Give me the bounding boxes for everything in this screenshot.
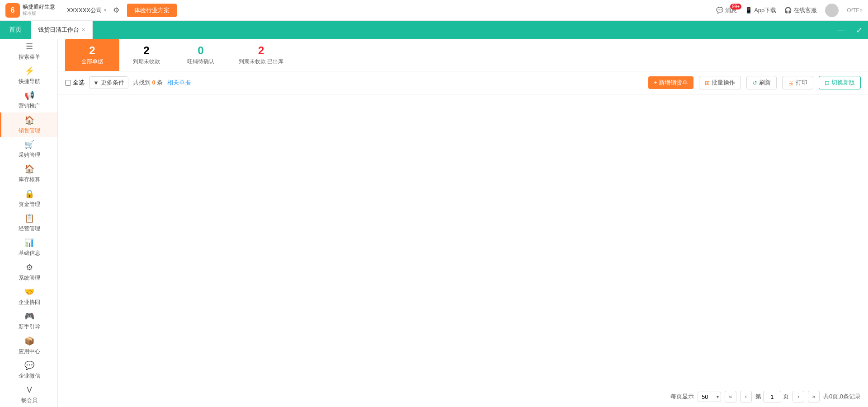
sidebar-label-member: 畅会员 [21,397,38,404]
related-link[interactable]: 相关单据 [167,79,191,87]
main-content: 2 全部单据 2 到期未收款 0 旺铺待确认 2 到期未收款 已出库 全选 ▼ … [58,39,868,407]
sidebar-label-search-menu: 搜索菜单 [19,53,40,61]
sidebar-icon-cooperation: 🤝 [24,287,34,297]
sidebar-item-app-center[interactable]: 📦 应用中心 [0,333,57,358]
page-input[interactable] [763,391,781,402]
sidebar-icon-sales: 🏠 [24,115,34,125]
page-prefix: 第 [755,393,761,401]
logo: 6 畅捷通好生意 标准版 [5,3,63,18]
tab-maximize-button[interactable]: ⤢ [850,21,868,39]
tab-active-label: 钱货日清工作台 [38,26,79,34]
sidebar-item-marketing[interactable]: 📢 营销推广 [0,88,57,112]
prev-page-button[interactable]: ‹ [740,391,752,402]
sidebar-item-inventory[interactable]: 🏠 库存核算 [0,162,57,186]
switch-version-button[interactable]: ⊡ 切换新版 [819,76,861,89]
stat-tab-pending[interactable]: 0 旺铺待确认 [174,39,228,71]
tab-minimize-button[interactable]: — [832,21,850,39]
found-unit: 条 [157,79,163,86]
refresh-button[interactable]: ↺ 刷新 [746,76,777,89]
sidebar-icon-operations: 📋 [24,213,34,223]
page-input-wrap: 第 页 [755,391,789,402]
company-selector[interactable]: XXXXXX公司 ▾ [67,6,106,14]
batch-operation-button[interactable]: ⊞ 批量操作 [699,76,741,89]
sidebar-item-operations[interactable]: 📋 经营管理 [0,211,57,235]
messages-badge: 99+ [730,4,741,9]
batch-label: 批量操作 [712,79,735,87]
sidebar-label-wechat: 企业微信 [19,372,40,380]
stat-tab-overdue[interactable]: 2 到期未收款 [119,39,174,71]
last-page-button[interactable]: » [808,391,820,402]
sidebar-item-finance[interactable]: 🔒 资金管理 [0,186,57,211]
online-service-label: 在线客服 [793,6,817,14]
sidebar-icon-inventory: 🏠 [24,164,34,174]
stats-tabs: 2 全部单据 2 到期未收款 0 旺铺待确认 2 到期未收款 已出库 [58,39,868,71]
print-icon: 🖨 [788,80,794,86]
select-all-input[interactable] [65,80,71,86]
stat-tab-all[interactable]: 2 全部单据 [65,39,119,71]
topbar-right: 💬 消息 99+ 📱 App下载 🎧 在线客服 OfTEn [716,4,863,17]
sidebar-label-system: 系统管理 [19,274,40,282]
sidebar-icon-search-menu: ☰ [26,42,33,51]
per-page-select[interactable]: 102050100 [698,392,721,402]
select-all-checkbox[interactable]: 全选 [65,79,85,87]
trial-button[interactable]: 体验行业方案 [127,4,177,17]
online-service-button[interactable]: 🎧 在线客服 [784,6,817,14]
sidebar-item-member[interactable]: V 畅会员 [0,383,57,407]
print-button[interactable]: 🖨 打印 [782,76,813,89]
found-count: 0 [152,79,156,86]
company-dropdown-arrow: ▾ [104,8,106,13]
tab-active[interactable]: 钱货日清工作台 × [31,21,93,39]
sidebar-label-quick-nav: 快捷导航 [19,78,40,85]
topbar: 6 畅捷通好生意 标准版 XXXXXX公司 ▾ ⚙ 体验行业方案 💬 消息 99… [0,0,868,21]
refresh-label: 刷新 [759,79,771,87]
sidebar-icon-finance: 🔒 [24,189,34,199]
sidebar-icon-basic-info: 📊 [24,238,34,248]
user-avatar[interactable] [825,4,839,17]
add-order-button[interactable]: + 新增销货单 [648,76,693,89]
batch-icon: ⊞ [705,80,710,86]
settings-button[interactable]: ⚙ [110,4,123,17]
tab-close-button[interactable]: × [82,27,85,33]
stat-num-all: 2 [89,44,95,57]
filter-button[interactable]: ▼ 更多条件 [89,76,128,89]
sidebar-item-purchase[interactable]: 🛒 采购管理 [0,137,57,161]
tabbar-actions: — ⤢ [832,21,868,39]
sidebar-item-wechat[interactable]: 💬 企业微信 [0,358,57,382]
toolbar-right: + 新增销货单 ⊞ 批量操作 ↺ 刷新 🖨 打印 ⊡ 切换新版 [648,76,861,89]
avatar-image [825,4,839,17]
sidebar-item-sales[interactable]: 🏠 销售管理 [0,112,57,137]
sidebar-label-sales: 销售管理 [19,127,40,135]
sidebar-label-app-center: 应用中心 [19,348,40,356]
next-page-button[interactable]: › [793,391,804,402]
sidebar-label-marketing: 营销推广 [19,102,40,110]
stat-num-overdue-shipped: 2 [258,44,264,57]
download-icon: 📱 [745,7,752,14]
first-page-button[interactable]: « [725,391,736,402]
sidebar-item-quick-nav[interactable]: ⚡ 快捷导航 [0,63,57,88]
found-text: 共找到 0 条 [133,79,163,87]
app-download-button[interactable]: 📱 App下载 [745,6,776,14]
service-icon: 🎧 [784,7,792,14]
sidebar-item-search-menu[interactable]: ☰ 搜索菜单 [0,39,57,63]
pagination-bar: 每页显示 102050100 « ‹ 第 页 › » 共0页,0条记录 [58,386,868,407]
sidebar-item-system[interactable]: ⚙ 系统管理 [0,260,57,284]
sidebar-icon-purchase: 🛒 [24,140,34,150]
sidebar-label-basic-info: 基础信息 [19,249,40,257]
page-total: 共0页,0条记录 [823,393,861,401]
messages-button[interactable]: 💬 消息 99+ [716,6,737,14]
per-page-label: 每页显示 [670,393,694,401]
refresh-icon: ↺ [752,80,757,86]
user-name[interactable]: OfTEn [847,7,863,14]
app-download-label: App下载 [754,6,776,14]
toolbar-left: 全选 ▼ 更多条件 共找到 0 条 相关单据 [65,76,643,89]
tab-home[interactable]: 首页 [0,21,31,39]
sidebar-icon-app-center: 📦 [24,336,34,346]
stat-num-pending: 0 [198,44,203,57]
sidebar-item-beginner[interactable]: 🎮 新手引导 [0,309,57,333]
sidebar-item-cooperation[interactable]: 🤝 企业协同 [0,284,57,309]
stat-tab-overdue-shipped[interactable]: 2 到期未收款 已出库 [228,39,294,71]
stat-label-overdue-shipped: 到期未收款 已出库 [239,58,283,65]
select-all-label: 全选 [73,79,85,87]
sidebar-item-basic-info[interactable]: 📊 基础信息 [0,235,57,260]
main-layout: ☰ 搜索菜单 ⚡ 快捷导航 📢 营销推广 🏠 销售管理 🛒 采购管理 🏠 库存核… [0,39,868,407]
